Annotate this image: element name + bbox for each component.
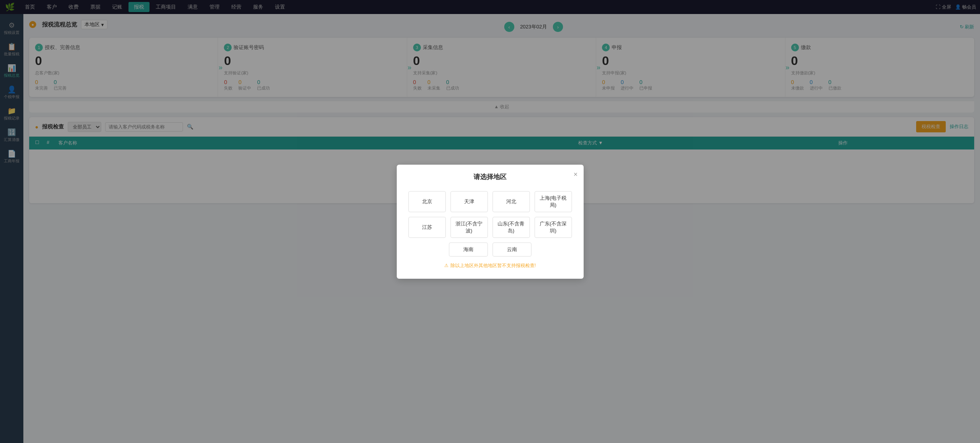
region-btn-yunnan[interactable]: 云南 (493, 243, 531, 257)
modal-overlay[interactable]: 请选择地区 × 北京 天津 河北 上海(电子税局) 江苏 浙江(不含宁波) 山东… (0, 0, 980, 443)
modal-warning: ⚠ 除以上地区外其他地区暂不支持报税检查! (408, 262, 572, 269)
region-btn-shanghai[interactable]: 上海(电子税局) (535, 191, 572, 212)
modal-title: 请选择地区 (473, 172, 507, 181)
warning-icon: ⚠ (444, 263, 449, 268)
region-btn-zhejiang[interactable]: 浙江(不含宁波) (450, 217, 488, 238)
region-grid-row1: 北京 天津 河北 上海(电子税局) (408, 191, 572, 212)
modal-body: 北京 天津 河北 上海(电子税局) 江苏 浙江(不含宁波) 山东(不含青岛) 广… (397, 185, 584, 279)
region-btn-shandong[interactable]: 山东(不含青岛) (493, 217, 530, 238)
region-grid-row3: 海南 云南 (408, 243, 572, 257)
region-btn-beijing[interactable]: 北京 (408, 191, 446, 212)
region-btn-tianjin[interactable]: 天津 (450, 191, 488, 212)
region-select-modal: 请选择地区 × 北京 天津 河北 上海(电子税局) 江苏 浙江(不含宁波) 山东… (397, 165, 584, 279)
region-btn-jiangsu[interactable]: 江苏 (408, 217, 446, 238)
region-btn-hebei[interactable]: 河北 (493, 191, 530, 212)
modal-header: 请选择地区 × (397, 165, 584, 185)
region-grid-row2: 江苏 浙江(不含宁波) 山东(不含青岛) 广东(不含深圳) (408, 217, 572, 238)
region-btn-hainan[interactable]: 海南 (449, 243, 488, 257)
modal-close-btn[interactable]: × (574, 171, 578, 179)
warning-text: 除以上地区外其他地区暂不支持报税检查! (450, 262, 536, 269)
region-btn-guangdong[interactable]: 广东(不含深圳) (535, 217, 572, 238)
